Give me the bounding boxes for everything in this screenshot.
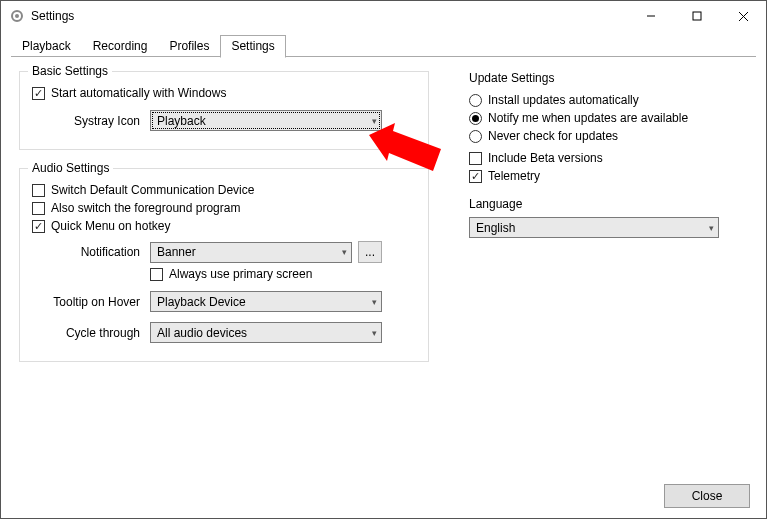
label-notify-updates: Notify me when updates are available — [488, 111, 688, 125]
chevron-down-icon: ▾ — [372, 116, 377, 126]
radio-notify-updates[interactable] — [469, 112, 482, 125]
label-install-auto: Install updates automatically — [488, 93, 639, 107]
close-button[interactable]: Close — [664, 484, 750, 508]
label-telemetry: Telemetry — [488, 169, 540, 183]
window-controls — [628, 1, 766, 31]
group-title-basic: Basic Settings — [28, 64, 112, 78]
dropdown-notification-value: Banner — [157, 245, 196, 259]
group-title-language: Language — [469, 197, 739, 211]
tab-recording[interactable]: Recording — [82, 35, 159, 57]
checkbox-quick-menu[interactable]: ✓ — [32, 220, 45, 233]
group-title-update: Update Settings — [469, 71, 739, 85]
label-always-primary: Always use primary screen — [169, 267, 312, 281]
dropdown-cycle-value: All audio devices — [157, 326, 247, 340]
label-never-check: Never check for updates — [488, 129, 618, 143]
label-notification: Notification — [32, 245, 150, 259]
svg-point-1 — [15, 14, 19, 18]
chevron-down-icon: ▾ — [709, 223, 714, 233]
group-audio-settings: Audio Settings Switch Default Communicat… — [19, 168, 429, 362]
dropdown-tooltip-value: Playback Device — [157, 295, 246, 309]
gear-icon — [9, 8, 25, 24]
maximize-button[interactable] — [674, 1, 720, 31]
label-systray-icon: Systray Icon — [32, 114, 150, 128]
notification-more-button[interactable]: ... — [358, 241, 382, 263]
tab-bar: Playback Recording Profiles Settings — [1, 31, 766, 57]
checkbox-always-primary[interactable] — [150, 268, 163, 281]
label-tooltip-hover: Tooltip on Hover — [32, 295, 150, 309]
label-start-with-windows: Start automatically with Windows — [51, 86, 226, 100]
dropdown-cycle-through[interactable]: All audio devices ▾ — [150, 322, 382, 343]
minimize-button[interactable] — [628, 1, 674, 31]
label-switch-foreground: Also switch the foreground program — [51, 201, 240, 215]
label-include-beta: Include Beta versions — [488, 151, 603, 165]
chevron-down-icon: ▾ — [342, 247, 347, 257]
chevron-down-icon: ▾ — [372, 328, 377, 338]
label-switch-default-comm: Switch Default Communication Device — [51, 183, 254, 197]
label-quick-menu: Quick Menu on hotkey — [51, 219, 170, 233]
radio-install-auto[interactable] — [469, 94, 482, 107]
checkbox-switch-default-comm[interactable] — [32, 184, 45, 197]
dropdown-systray-value: Playback — [157, 114, 206, 128]
dropdown-language[interactable]: English ▾ — [469, 217, 719, 238]
dropdown-tooltip-hover[interactable]: Playback Device ▾ — [150, 291, 382, 312]
tab-profiles[interactable]: Profiles — [158, 35, 220, 57]
group-language: Language English ▾ — [469, 197, 739, 238]
checkbox-include-beta[interactable] — [469, 152, 482, 165]
group-basic-settings: Basic Settings ✓ Start automatically wit… — [19, 71, 429, 150]
dropdown-language-value: English — [476, 221, 515, 235]
label-cycle-through: Cycle through — [32, 326, 150, 340]
dropdown-notification[interactable]: Banner ▾ — [150, 242, 352, 263]
chevron-down-icon: ▾ — [372, 297, 377, 307]
svg-rect-3 — [693, 12, 701, 20]
tab-settings[interactable]: Settings — [220, 35, 285, 58]
checkbox-telemetry[interactable]: ✓ — [469, 170, 482, 183]
group-update-settings: Update Settings Install updates automati… — [469, 71, 739, 183]
radio-never-check[interactable] — [469, 130, 482, 143]
close-window-button[interactable] — [720, 1, 766, 31]
tab-playback[interactable]: Playback — [11, 35, 82, 57]
titlebar: Settings — [1, 1, 766, 31]
window-title: Settings — [31, 9, 74, 23]
checkbox-switch-foreground[interactable] — [32, 202, 45, 215]
dropdown-systray-icon[interactable]: Playback ▾ — [150, 110, 382, 131]
checkbox-start-with-windows[interactable]: ✓ — [32, 87, 45, 100]
group-title-audio: Audio Settings — [28, 161, 113, 175]
